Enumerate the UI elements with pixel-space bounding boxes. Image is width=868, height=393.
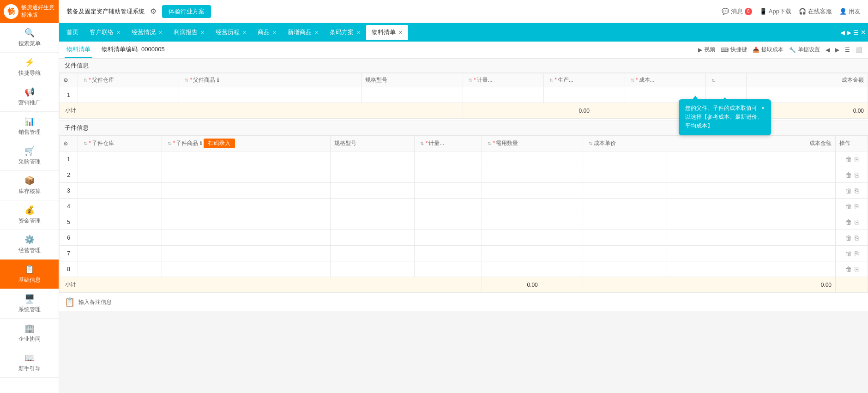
nav-next[interactable]: ▶	[835, 47, 839, 53]
view-toggle[interactable]: ☰	[845, 47, 850, 53]
child-warehouse-cell[interactable]	[78, 151, 162, 167]
child-qty-cell[interactable]	[482, 151, 583, 167]
child-product-cell[interactable]	[162, 246, 331, 261]
child-warehouse-cell[interactable]	[78, 230, 162, 246]
child-qty-cell[interactable]	[482, 230, 583, 246]
delete-icon[interactable]: 🗑	[845, 266, 852, 273]
fullscreen[interactable]: ⬜	[856, 47, 862, 53]
parent-production-cell[interactable]	[544, 87, 625, 103]
child-spec-cell[interactable]	[330, 151, 414, 167]
tab-close-customer[interactable]: ✕	[116, 30, 121, 36]
delete-icon[interactable]: 🗑	[845, 156, 852, 163]
copy-icon[interactable]: ⎘	[855, 171, 858, 179]
parent-warehouse-cell[interactable]	[78, 87, 179, 103]
sidebar-item-search[interactable]: 🔍 搜索菜单	[0, 23, 59, 53]
settings-icon[interactable]: ⚙	[150, 7, 157, 16]
copy-icon[interactable]: ⎘	[855, 266, 858, 273]
child-product-cell[interactable]	[162, 199, 331, 214]
extract-cost-button[interactable]: 📥 提取成本	[753, 46, 784, 54]
child-unit-cost-cell[interactable]	[583, 214, 667, 230]
child-qty-cell[interactable]	[482, 199, 583, 214]
child-product-cell[interactable]	[162, 230, 331, 246]
tab-prev-button[interactable]: ◀	[840, 29, 845, 36]
child-warehouse-cell[interactable]	[78, 261, 162, 277]
bottom-label[interactable]: 输入备注信息	[78, 298, 112, 306]
parent-spec-cell[interactable]	[362, 87, 463, 103]
single-settings-button[interactable]: 🔧 单据设置	[789, 46, 820, 54]
child-unit-cost-cell[interactable]	[583, 230, 667, 246]
child-product-cell[interactable]	[162, 261, 331, 277]
tooltip-close-button[interactable]: ×	[761, 104, 765, 113]
online-service-button[interactable]: 🎧 在线客服	[799, 7, 832, 16]
child-qty-cell[interactable]	[482, 261, 583, 277]
app-download-button[interactable]: 📱 App下载	[760, 7, 791, 16]
tab-close-new-goods[interactable]: ✕	[314, 30, 319, 36]
child-qty-cell[interactable]	[482, 246, 583, 261]
tab-new-goods[interactable]: 新增商品 ✕	[282, 25, 324, 40]
sidebar-item-operations[interactable]: ⚙️ 经营管理	[0, 230, 59, 260]
child-product-cell[interactable]	[162, 183, 331, 199]
scan-button[interactable]: 扫码录入	[204, 139, 235, 148]
copy-icon[interactable]: ⎘	[855, 203, 858, 210]
child-spec-cell[interactable]	[330, 199, 414, 214]
tab-close-history[interactable]: ✕	[242, 30, 247, 36]
delete-icon[interactable]: 🗑	[845, 218, 852, 226]
child-unit-cell[interactable]	[415, 261, 482, 277]
child-warehouse-cell[interactable]	[78, 183, 162, 199]
child-warehouse-cell[interactable]	[78, 246, 162, 261]
sub-nav-bom-list[interactable]: 物料清单	[65, 42, 92, 58]
tab-customer[interactable]: 客户联络 ✕	[84, 25, 126, 40]
tab-barcode[interactable]: 条码方案 ✕	[324, 25, 366, 40]
child-spec-cell[interactable]	[330, 183, 414, 199]
child-unit-cost-cell[interactable]	[583, 199, 667, 214]
child-unit-cost-cell[interactable]	[583, 261, 667, 277]
child-unit-cell[interactable]	[415, 230, 482, 246]
copy-icon[interactable]: ⎘	[855, 187, 858, 194]
child-spec-cell[interactable]	[330, 246, 414, 261]
child-product-cell[interactable]	[162, 167, 331, 183]
tab-close-bom[interactable]: ✕	[398, 30, 403, 36]
video-button[interactable]: ▶ 视频	[698, 46, 715, 54]
child-unit-cost-cell[interactable]	[583, 246, 667, 261]
sidebar-item-sales[interactable]: 📊 销售管理	[0, 112, 59, 141]
sidebar-item-inventory[interactable]: 📦 库存核算	[0, 171, 59, 200]
child-spec-cell[interactable]	[330, 214, 414, 230]
delete-icon[interactable]: 🗑	[845, 171, 852, 179]
child-unit-cost-cell[interactable]	[583, 151, 667, 167]
tab-profit[interactable]: 利润报告 ✕	[168, 25, 210, 40]
parent-product-cell[interactable]	[179, 87, 362, 103]
tab-close-ops[interactable]: ✕	[158, 30, 163, 36]
child-product-cell[interactable]	[162, 151, 331, 167]
sidebar-item-basic-info[interactable]: 📋 基础信息	[0, 260, 59, 289]
parent-unit-cell[interactable]	[463, 87, 543, 103]
tab-next-button[interactable]: ▶	[847, 29, 851, 36]
sidebar-item-quick-nav[interactable]: ⚡ 快捷导航	[0, 53, 59, 82]
message-button[interactable]: 💬 消息 6	[722, 7, 752, 16]
sidebar-item-marketing[interactable]: 📢 营销推广	[0, 82, 59, 112]
tab-ops-history[interactable]: 经营历程 ✕	[210, 25, 252, 40]
delete-icon[interactable]: 🗑	[845, 203, 852, 210]
tab-close-profit[interactable]: ✕	[200, 30, 205, 36]
child-warehouse-cell[interactable]	[78, 214, 162, 230]
delete-icon[interactable]: 🗑	[845, 250, 852, 257]
child-unit-cell[interactable]	[415, 246, 482, 261]
shortcuts-button[interactable]: ⌨ 快捷键	[721, 46, 747, 54]
child-spec-cell[interactable]	[330, 167, 414, 183]
child-qty-cell[interactable]	[482, 214, 583, 230]
copy-icon[interactable]: ⎘	[855, 156, 858, 163]
sidebar-item-system[interactable]: 🖥️ 系统管理	[0, 289, 59, 319]
copy-icon[interactable]: ⎘	[855, 234, 858, 242]
tab-operations-status[interactable]: 经营情况 ✕	[126, 25, 168, 40]
tab-close-all[interactable]: ✕	[861, 29, 866, 36]
nav-prev[interactable]: ◀	[826, 47, 830, 53]
delete-icon[interactable]: 🗑	[845, 187, 852, 194]
child-unit-cell[interactable]	[415, 214, 482, 230]
tab-menu-button[interactable]: ☰	[853, 29, 859, 36]
sidebar-item-enterprise[interactable]: 🏢 企业协同	[0, 319, 59, 348]
tab-goods[interactable]: 商品 ✕	[252, 25, 282, 40]
copy-icon[interactable]: ⎘	[855, 218, 858, 226]
user-menu[interactable]: 👤 用友	[839, 7, 861, 16]
tab-close-barcode[interactable]: ✕	[356, 30, 361, 36]
child-warehouse-cell[interactable]	[78, 199, 162, 214]
child-unit-cell[interactable]	[415, 167, 482, 183]
